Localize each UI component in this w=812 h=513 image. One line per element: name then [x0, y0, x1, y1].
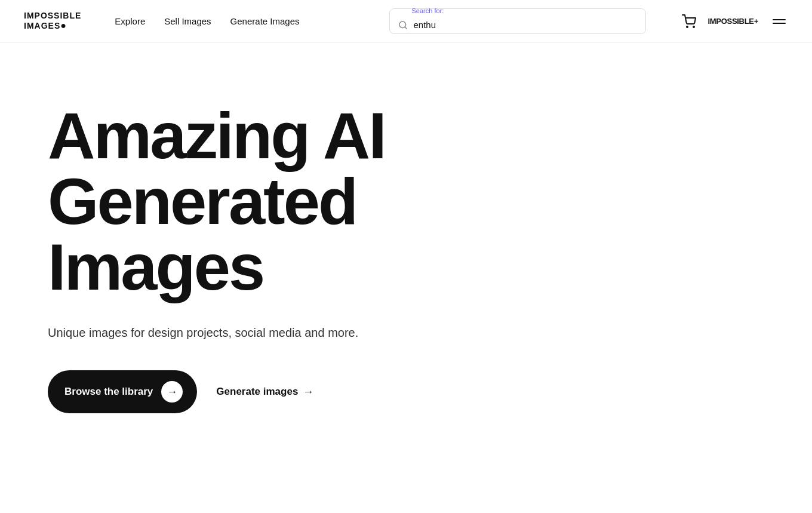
menu-button[interactable] — [770, 17, 788, 26]
menu-line-1 — [773, 19, 786, 20]
hero-content: Amazing AI Generated Images Unique image… — [0, 43, 478, 461]
logo-text: IMPOSSIBLEIMAGES● — [24, 11, 81, 31]
hero-title: Amazing AI Generated Images — [48, 103, 430, 300]
svg-line-1 — [405, 27, 407, 29]
search-input[interactable] — [414, 20, 637, 30]
impossible-plus-badge[interactable]: IMPOSSIBLE+ — [708, 17, 758, 26]
search-container: Search for: — [389, 8, 646, 34]
logo[interactable]: IMPOSSIBLEIMAGES● — [24, 11, 81, 31]
nav-sell-images[interactable]: Sell Images — [164, 16, 211, 26]
hero-subtitle: Unique images for design projects, socia… — [48, 324, 376, 342]
browse-library-arrow-icon: → — [161, 381, 183, 403]
search-wrapper — [389, 8, 646, 34]
menu-line-2 — [773, 23, 786, 24]
generate-images-button[interactable]: Generate images → — [216, 386, 313, 398]
hero-actions: Browse the library → Generate images → — [48, 370, 430, 413]
nav-generate-images[interactable]: Generate Images — [230, 16, 300, 26]
generate-images-label: Generate images — [216, 386, 298, 398]
header: IMPOSSIBLEIMAGES● Explore Sell Images Ge… — [0, 0, 812, 43]
svg-point-3 — [693, 26, 694, 27]
svg-point-2 — [687, 26, 688, 27]
header-right: IMPOSSIBLE+ — [682, 14, 788, 29]
hero-section: Amazing AI Generated Images Unique image… — [0, 43, 812, 461]
nav-explore[interactable]: Explore — [115, 16, 145, 26]
generate-images-arrow-icon: → — [303, 386, 313, 398]
browse-library-label: Browse the library — [64, 386, 153, 398]
main-nav: Explore Sell Images Generate Images — [115, 16, 299, 26]
browse-library-button[interactable]: Browse the library → — [48, 370, 197, 413]
search-icon — [398, 20, 408, 30]
cart-button[interactable] — [682, 14, 696, 29]
